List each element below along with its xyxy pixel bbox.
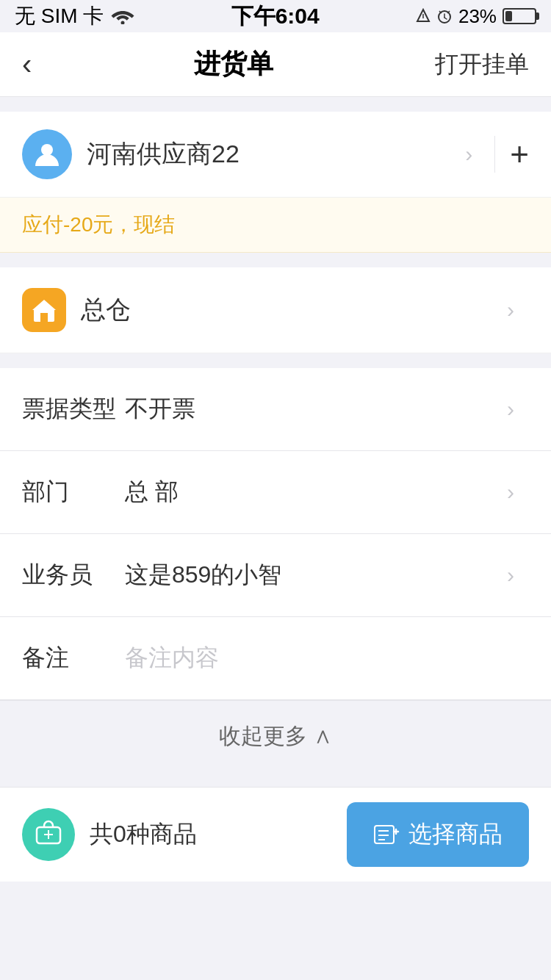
nav-bar: ‹ 进货单 打开挂单 bbox=[0, 32, 551, 97]
warehouse-row[interactable]: 总仓 › bbox=[0, 267, 551, 353]
section-divider-2 bbox=[0, 253, 551, 267]
bottom-bar: 共0种商品 选择商品 bbox=[0, 787, 551, 882]
supplier-notice: 应付-20元，现结 bbox=[0, 198, 551, 253]
cart-small-icon bbox=[34, 820, 63, 849]
warehouse-icon bbox=[31, 297, 57, 323]
invoice-value: 不开票 bbox=[125, 393, 507, 425]
collapse-label: 收起更多 ∧ bbox=[219, 724, 331, 748]
invoice-chevron-icon: › bbox=[507, 397, 514, 422]
section-divider-4 bbox=[0, 772, 551, 787]
supplier-divider bbox=[494, 136, 495, 173]
supplier-avatar bbox=[22, 129, 72, 179]
page-background bbox=[0, 882, 551, 980]
status-time: 下午6:04 bbox=[231, 1, 320, 32]
salesman-chevron-icon: › bbox=[507, 563, 514, 588]
warehouse-chevron-icon: › bbox=[507, 298, 514, 323]
warehouse-label: 总仓 bbox=[81, 293, 507, 327]
select-product-button[interactable]: 选择商品 bbox=[347, 802, 529, 867]
salesman-row[interactable]: 业务员 这是859的小智 › bbox=[0, 534, 551, 617]
department-value: 总 部 bbox=[125, 476, 507, 508]
form-section: 票据类型 不开票 › 部门 总 部 › 业务员 这是859的小智 › 备注 备注… bbox=[0, 368, 551, 772]
wifi-icon bbox=[111, 8, 134, 24]
invoice-row[interactable]: 票据类型 不开票 › bbox=[0, 368, 551, 451]
supplier-chevron-icon: › bbox=[465, 142, 472, 167]
svg-point-7 bbox=[41, 144, 53, 156]
svg-line-4 bbox=[444, 18, 447, 19]
product-icon-wrap bbox=[22, 808, 75, 861]
svg-rect-10 bbox=[40, 313, 48, 322]
invoice-label: 票据类型 bbox=[22, 393, 125, 425]
battery-percent: 23% bbox=[458, 5, 497, 28]
remark-input[interactable]: 备注内容 bbox=[125, 642, 529, 674]
select-product-label: 选择商品 bbox=[408, 818, 503, 851]
svg-marker-9 bbox=[32, 300, 56, 310]
person-icon bbox=[32, 140, 62, 169]
supplier-row[interactable]: 河南供应商22 › + bbox=[0, 112, 551, 198]
back-button[interactable]: ‹ bbox=[22, 48, 32, 81]
warehouse-section: 总仓 › bbox=[0, 267, 551, 353]
section-divider-top bbox=[0, 97, 551, 112]
svg-point-0 bbox=[121, 21, 125, 25]
supplier-name: 河南供应商22 bbox=[87, 137, 465, 171]
location-icon bbox=[416, 8, 431, 24]
remark-row[interactable]: 备注 备注内容 bbox=[0, 617, 551, 700]
department-chevron-icon: › bbox=[507, 480, 514, 505]
supplier-section: 河南供应商22 › + 应付-20元，现结 bbox=[0, 112, 551, 253]
warehouse-icon-wrap bbox=[22, 288, 66, 332]
department-label: 部门 bbox=[22, 476, 125, 508]
sim-signal-text: 无 SIM 卡 bbox=[15, 2, 104, 30]
alarm-icon bbox=[436, 8, 453, 24]
status-left: 无 SIM 卡 bbox=[15, 2, 134, 30]
product-count-label: 共0种商品 bbox=[90, 818, 347, 851]
section-divider-3 bbox=[0, 353, 551, 368]
add-supplier-button[interactable]: + bbox=[510, 136, 529, 173]
status-right: 23% bbox=[416, 5, 536, 28]
status-bar: 无 SIM 卡 下午6:04 23% bbox=[0, 0, 551, 32]
collapse-row[interactable]: 收起更多 ∧ bbox=[0, 700, 551, 772]
open-hang-order-button[interactable]: 打开挂单 bbox=[435, 48, 529, 81]
department-row[interactable]: 部门 总 部 › bbox=[0, 451, 551, 534]
page-title: 进货单 bbox=[194, 46, 273, 82]
remark-label: 备注 bbox=[22, 642, 125, 674]
salesman-label: 业务员 bbox=[22, 559, 125, 591]
battery-icon bbox=[503, 8, 536, 24]
select-product-icon bbox=[373, 821, 400, 848]
salesman-value: 这是859的小智 bbox=[125, 559, 507, 591]
